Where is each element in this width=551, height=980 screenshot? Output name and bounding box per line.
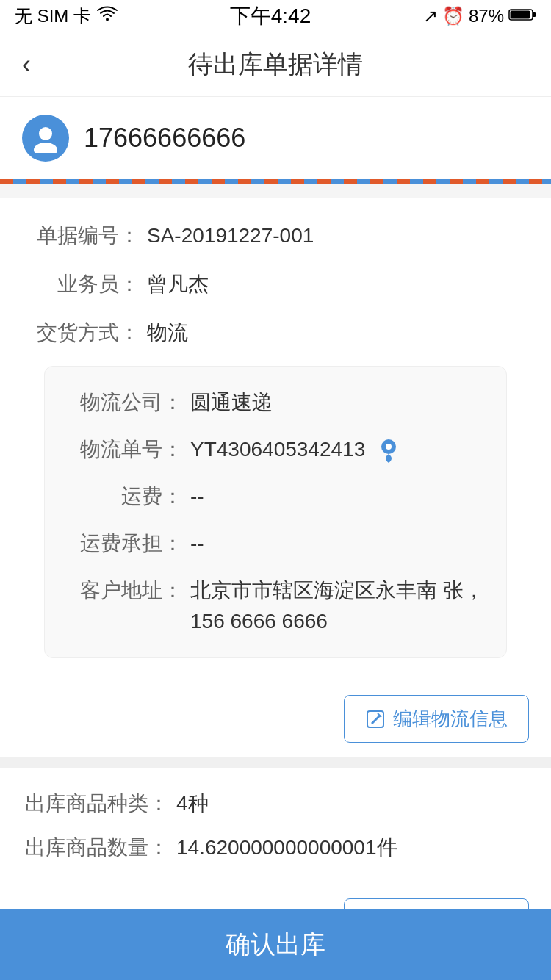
confirm-btn-container[interactable]: 确认出库 <box>0 909 551 980</box>
freight-value: -- <box>190 481 486 512</box>
logistics-card: 物流公司： 圆通速递 物流单号： YT4306405342413 运费： -- <box>44 366 507 658</box>
tracking-no-label: 物流单号： <box>65 434 183 465</box>
tracking-no-row: 物流单号： YT4306405342413 <box>65 434 486 465</box>
delivery-method-label: 交货方式： <box>22 317 140 348</box>
salesperson-value: 曾凡杰 <box>147 269 529 300</box>
document-no-row: 单据编号： SA-20191227-001 <box>22 220 529 251</box>
location-status-icon: ↗ <box>423 6 438 26</box>
logistics-company-value: 圆通速递 <box>190 387 486 418</box>
edit-btn-row: 编辑物流信息 <box>0 680 551 757</box>
svg-point-0 <box>106 18 109 21</box>
svg-rect-3 <box>533 12 536 17</box>
customer-header: 17666666666 <box>0 97 551 179</box>
customer-phone: 17666666666 <box>84 123 245 154</box>
page-title: 待出库单据详情 <box>188 48 363 82</box>
goods-quantity-value: 14.620000000000001件 <box>176 834 397 862</box>
nav-bar: ‹ 待出库单据详情 <box>0 32 551 97</box>
freight-label: 运费： <box>65 481 183 512</box>
document-no-label: 单据编号： <box>22 220 140 251</box>
edit-icon <box>365 709 386 729</box>
section-divider <box>0 757 551 768</box>
address-value: 北京市市辖区海淀区永丰南 张，156 6666 6666 <box>190 575 486 637</box>
edit-logistics-button[interactable]: 编辑物流信息 <box>344 695 529 743</box>
edit-btn-label: 编辑物流信息 <box>393 706 508 732</box>
svg-point-7 <box>386 444 392 450</box>
svg-point-5 <box>34 143 57 153</box>
alarm-icon: ⏰ <box>442 6 464 26</box>
battery-label: 87% <box>469 6 504 26</box>
status-bar-right: ↗ ⏰ 87% <box>423 6 536 26</box>
logistics-company-label: 物流公司： <box>65 387 183 418</box>
tracking-no-value: YT4306405342413 <box>190 434 486 465</box>
salesperson-row: 业务员： 曾凡杰 <box>22 269 529 300</box>
goods-quantity-row: 出库商品数量： 14.620000000000001件 <box>22 834 529 862</box>
goods-quantity-label: 出库商品数量： <box>22 834 169 862</box>
goods-types-row: 出库商品种类： 4种 <box>22 790 529 818</box>
delivery-method-row: 交货方式： 物流 <box>22 317 529 348</box>
avatar <box>22 115 69 162</box>
document-no-value: SA-20191227-001 <box>147 220 529 251</box>
battery-icon <box>508 6 536 26</box>
map-pin-icon[interactable] <box>375 436 402 463</box>
status-bar-left: 无 SIM 卡 <box>15 4 118 28</box>
dashed-divider <box>0 179 551 184</box>
freight-bearer-value: -- <box>190 528 486 559</box>
logistics-company-row: 物流公司： 圆通速递 <box>65 387 486 418</box>
delivery-method-value: 物流 <box>147 317 529 348</box>
goods-types-value: 4种 <box>176 790 209 818</box>
status-bar-time: 下午4:42 <box>230 2 311 30</box>
order-info-section: 单据编号： SA-20191227-001 业务员： 曾凡杰 交货方式： 物流 … <box>0 198 551 680</box>
wifi-icon <box>97 6 118 26</box>
svg-rect-2 <box>511 11 530 19</box>
goods-types-label: 出库商品种类： <box>22 790 169 818</box>
back-button[interactable]: ‹ <box>22 49 66 80</box>
carrier-label: 无 SIM 卡 <box>15 4 91 28</box>
address-row: 客户地址： 北京市市辖区海淀区永丰南 张，156 6666 6666 <box>65 575 486 637</box>
svg-point-4 <box>39 127 52 140</box>
freight-bearer-label: 运费承担： <box>65 528 183 559</box>
freight-bearer-row: 运费承担： -- <box>65 528 486 559</box>
status-bar: 无 SIM 卡 下午4:42 ↗ ⏰ 87% <box>0 0 551 32</box>
confirm-button-label: 确认出库 <box>226 928 325 962</box>
salesperson-label: 业务员： <box>22 269 140 300</box>
freight-row: 运费： -- <box>65 481 486 512</box>
goods-section: 出库商品种类： 4种 出库商品数量： 14.620000000000001件 <box>0 768 551 884</box>
address-label: 客户地址： <box>65 575 183 606</box>
